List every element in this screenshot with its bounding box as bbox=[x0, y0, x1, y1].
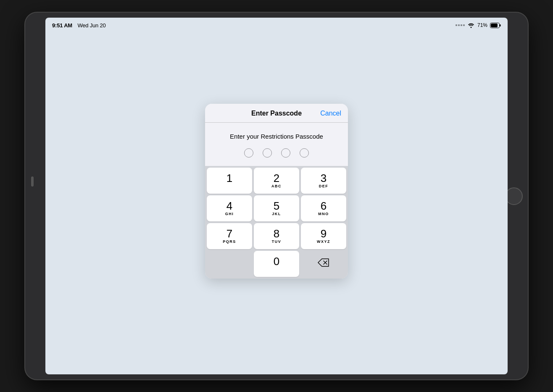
key-5-number: 5 bbox=[274, 200, 279, 211]
key-8[interactable]: 8 TUV bbox=[254, 223, 299, 249]
key-5[interactable]: 5 JKL bbox=[254, 195, 299, 221]
ipad-frame: 9:51 AM Wed Jun 20 bbox=[25, 13, 528, 379]
key-6[interactable]: 6 MNO bbox=[301, 195, 346, 221]
key-2-letters: ABC bbox=[271, 184, 282, 189]
key-1-number: 1 bbox=[226, 173, 232, 184]
key-3-letters: DEF bbox=[319, 184, 329, 189]
dialog-header: Enter Passcode Cancel bbox=[205, 104, 348, 123]
battery-icon bbox=[490, 23, 501, 28]
status-time: 9:51 AM bbox=[52, 22, 72, 29]
passcode-dot-2 bbox=[263, 148, 272, 158]
key-0[interactable]: 0 bbox=[254, 251, 299, 277]
status-date: Wed Jun 20 bbox=[77, 22, 105, 29]
numpad-grid: 1 2 ABC 3 DEF 4 GHI bbox=[207, 168, 346, 249]
key-8-letters: TUV bbox=[272, 239, 282, 244]
key-7-number: 7 bbox=[226, 228, 232, 239]
passcode-dot-1 bbox=[244, 148, 253, 158]
delete-key[interactable] bbox=[301, 251, 346, 277]
key-9-letters: WXYZ bbox=[317, 239, 330, 244]
key-2[interactable]: 2 ABC bbox=[254, 168, 299, 194]
signal-icon bbox=[456, 24, 465, 26]
passcode-dots bbox=[212, 148, 341, 158]
key-4[interactable]: 4 GHI bbox=[207, 195, 252, 221]
dialog-title: Enter Passcode bbox=[251, 110, 302, 117]
key-3-number: 3 bbox=[321, 173, 327, 184]
key-0-number: 0 bbox=[274, 256, 279, 267]
numpad-bottom-row: 0 bbox=[207, 251, 346, 277]
key-4-letters: GHI bbox=[225, 212, 234, 216]
key-1[interactable]: 1 bbox=[207, 168, 252, 194]
wifi-icon bbox=[467, 22, 475, 28]
ipad-screen: 9:51 AM Wed Jun 20 bbox=[45, 18, 508, 374]
key-6-number: 6 bbox=[321, 200, 327, 211]
key-9[interactable]: 9 WXYZ bbox=[301, 223, 346, 249]
key-7[interactable]: 7 PQRS bbox=[207, 223, 252, 249]
svg-rect-2 bbox=[491, 24, 498, 27]
delete-icon bbox=[318, 258, 329, 269]
status-bar: 9:51 AM Wed Jun 20 bbox=[45, 18, 508, 33]
key-8-number: 8 bbox=[274, 228, 279, 239]
key-7-letters: PQRS bbox=[223, 239, 236, 244]
key-4-number: 4 bbox=[226, 200, 232, 211]
dialog-body: Enter your Restrictions Passcode bbox=[205, 123, 348, 166]
status-icons: 71% bbox=[456, 22, 501, 28]
key-5-letters: JKL bbox=[272, 212, 281, 216]
svg-rect-1 bbox=[500, 24, 501, 26]
key-6-letters: MNO bbox=[318, 212, 329, 216]
cancel-button[interactable]: Cancel bbox=[320, 110, 341, 117]
key-2-number: 2 bbox=[274, 173, 279, 184]
status-time-date: 9:51 AM Wed Jun 20 bbox=[52, 21, 106, 29]
volume-button bbox=[31, 176, 34, 187]
passcode-dialog: Enter Passcode Cancel Enter your Restric… bbox=[205, 104, 348, 279]
home-button[interactable] bbox=[505, 187, 523, 205]
key-empty bbox=[207, 251, 252, 277]
passcode-dot-3 bbox=[281, 148, 290, 158]
passcode-dot-4 bbox=[300, 148, 309, 158]
key-9-number: 9 bbox=[321, 228, 327, 239]
key-3[interactable]: 3 DEF bbox=[301, 168, 346, 194]
dialog-instruction: Enter your Restrictions Passcode bbox=[212, 133, 341, 140]
numpad: 1 2 ABC 3 DEF 4 GHI bbox=[205, 166, 348, 279]
battery-percentage: 71% bbox=[477, 22, 487, 28]
